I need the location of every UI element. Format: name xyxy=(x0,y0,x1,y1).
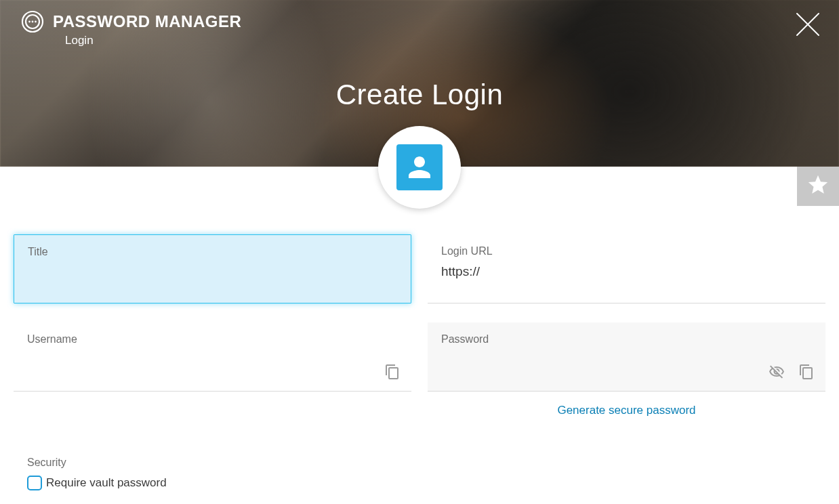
page-title: Create Login xyxy=(336,79,504,111)
password-input[interactable] xyxy=(441,350,812,370)
title-input[interactable] xyxy=(28,262,397,282)
toggle-password-visibility-button[interactable] xyxy=(767,364,786,383)
copy-username-button[interactable] xyxy=(383,364,402,383)
security-section: Security Require vault password xyxy=(14,457,411,490)
require-vault-password-label: Require vault password xyxy=(46,476,167,490)
password-label: Password xyxy=(441,333,812,345)
username-field-wrapper[interactable]: Username xyxy=(14,322,411,392)
avatar-picker[interactable] xyxy=(378,126,461,209)
favorite-toggle[interactable] xyxy=(797,167,839,206)
svg-point-4 xyxy=(35,21,37,23)
star-icon xyxy=(806,173,830,199)
copy-password-button[interactable] xyxy=(797,364,816,383)
create-login-form: Title Login URL Username Password xyxy=(0,167,839,490)
eye-off-icon xyxy=(769,364,785,383)
username-input[interactable] xyxy=(27,350,398,370)
brand-logo-icon xyxy=(20,9,45,34)
require-vault-password-checkbox[interactable]: Require vault password xyxy=(27,476,398,490)
svg-point-3 xyxy=(32,21,34,23)
brand: PASSWORD MANAGER xyxy=(20,9,241,34)
security-heading: Security xyxy=(27,457,398,469)
title-label: Title xyxy=(28,246,397,258)
login-url-label: Login URL xyxy=(441,245,812,257)
copy-icon xyxy=(798,364,815,383)
person-icon xyxy=(396,144,443,190)
close-icon xyxy=(794,11,821,41)
close-button[interactable] xyxy=(787,5,828,46)
generate-password-link[interactable]: Generate secure password xyxy=(557,404,695,417)
password-field-wrapper[interactable]: Password xyxy=(428,322,825,392)
username-label: Username xyxy=(27,333,398,345)
svg-point-2 xyxy=(28,21,30,23)
brand-subtitle: Login xyxy=(65,34,94,47)
checkbox-icon xyxy=(27,476,42,490)
copy-icon xyxy=(384,364,401,383)
brand-title: PASSWORD MANAGER xyxy=(53,12,241,31)
title-field-wrapper[interactable]: Title xyxy=(14,234,411,303)
login-url-input[interactable] xyxy=(441,261,812,282)
login-url-field-wrapper[interactable]: Login URL xyxy=(428,234,825,303)
